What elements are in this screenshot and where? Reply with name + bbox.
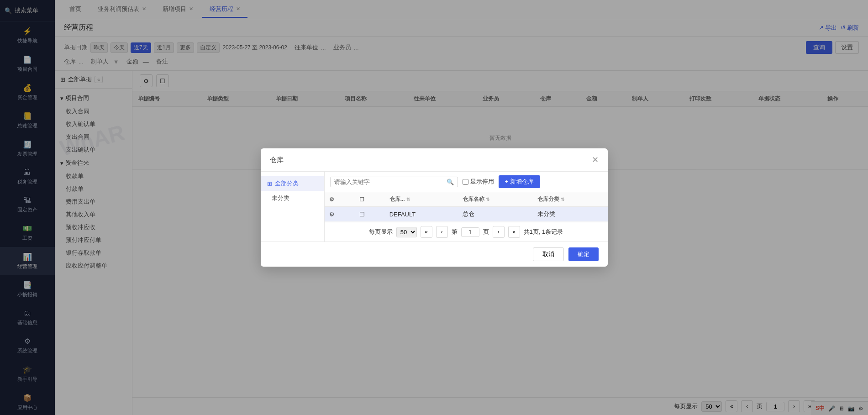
modal-page-label: 第 bbox=[452, 228, 458, 236]
modal-search-input[interactable] bbox=[334, 179, 445, 185]
add-warehouse-label: 新增仓库 bbox=[510, 178, 534, 185]
modal-col-name: 仓库名称 ⇅ bbox=[458, 192, 533, 207]
show-disabled-label[interactable]: 显示停用 bbox=[463, 178, 494, 186]
modal-actions: 取消 确定 bbox=[261, 242, 608, 267]
show-disabled-checkbox[interactable] bbox=[463, 179, 468, 185]
grid-icon2: ⊞ bbox=[267, 180, 272, 187]
modal-search-icon: 🔍 bbox=[447, 179, 454, 185]
modal-last-page[interactable]: » bbox=[508, 226, 520, 238]
row-code: DEFAULT bbox=[385, 207, 458, 222]
modal-close-button[interactable]: ✕ bbox=[592, 155, 599, 165]
show-disabled-text: 显示停用 bbox=[470, 178, 494, 186]
modal-col-code: 仓库... ⇅ bbox=[385, 192, 458, 207]
modal-footer-bar: 每页显示 50 « ‹ 第 页 › » 共1页, 1条记录 bbox=[325, 222, 608, 242]
modal-title: 仓库 bbox=[270, 156, 284, 164]
modal-page-input[interactable] bbox=[461, 227, 479, 237]
modal-col-settings: ⚙ bbox=[325, 192, 355, 207]
category-all-label: 全部分类 bbox=[275, 179, 299, 188]
modal-search-box: 🔍 bbox=[330, 177, 458, 187]
modal-page-suffix: 页 bbox=[483, 228, 489, 236]
modal-per-page-label: 每页显示 bbox=[369, 228, 393, 236]
modal-col-checkbox: ☐ bbox=[355, 192, 385, 207]
modal-overlay: 仓库 ✕ ⊞ 全部分类 未分类 🔍 bbox=[0, 0, 868, 415]
modal-total-label: 共1页, 1条记录 bbox=[524, 228, 563, 236]
modal-category-unclassified[interactable]: 未分类 bbox=[261, 191, 324, 205]
modal-per-page-select[interactable]: 50 bbox=[396, 227, 417, 237]
row-name: 总仓 bbox=[458, 207, 533, 222]
modal-table-wrap: ⚙ ☐ 仓库... ⇅ 仓库名称 ⇅ bbox=[325, 192, 608, 222]
modal-col-category: 仓库分类 ⇅ bbox=[533, 192, 608, 207]
table-row[interactable]: ⚙ ☐ DEFAULT 总仓 未分类 bbox=[325, 207, 608, 222]
row-category: 未分类 bbox=[533, 207, 608, 222]
modal-header: 仓库 ✕ bbox=[261, 148, 608, 172]
modal-first-page[interactable]: « bbox=[421, 226, 432, 238]
modal-next-page[interactable]: › bbox=[493, 226, 505, 238]
modal-cancel-button[interactable]: 取消 bbox=[533, 247, 564, 261]
modal-prev-page[interactable]: ‹ bbox=[436, 226, 448, 238]
category-unclassified-label: 未分类 bbox=[272, 194, 289, 202]
modal-body: ⊞ 全部分类 未分类 🔍 显示停用 bbox=[261, 172, 608, 242]
row-checkbox: ☐ bbox=[355, 207, 385, 222]
row-settings: ⚙ bbox=[325, 207, 355, 222]
warehouse-modal: 仓库 ✕ ⊞ 全部分类 未分类 🔍 bbox=[261, 148, 608, 267]
modal-right: 🔍 显示停用 + 新增仓库 bbox=[325, 172, 608, 242]
modal-toolbar: 🔍 显示停用 + 新增仓库 bbox=[325, 172, 608, 192]
modal-categories: ⊞ 全部分类 未分类 bbox=[261, 172, 325, 242]
modal-category-all[interactable]: ⊞ 全部分类 bbox=[261, 176, 324, 191]
plus-icon: + bbox=[505, 178, 509, 185]
modal-table: ⚙ ☐ 仓库... ⇅ 仓库名称 ⇅ bbox=[325, 192, 608, 222]
add-warehouse-button[interactable]: + 新增仓库 bbox=[499, 175, 540, 188]
modal-confirm-button[interactable]: 确定 bbox=[568, 247, 599, 261]
